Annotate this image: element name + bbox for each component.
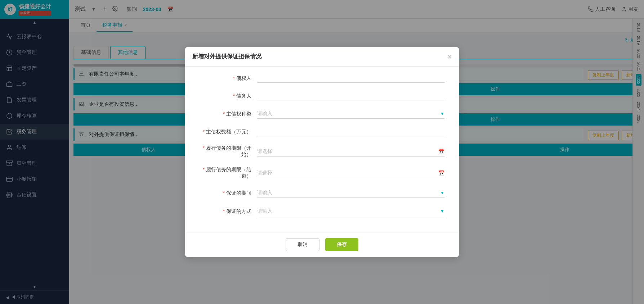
cancel-button[interactable]: 取消: [286, 238, 319, 251]
claim-amount-input[interactable]: [257, 127, 444, 136]
period-end-datepicker[interactable]: 请选择 📅: [257, 168, 444, 178]
required-star: *: [233, 93, 235, 99]
required-star: *: [233, 75, 235, 81]
period-end-calendar-icon: 📅: [438, 170, 444, 176]
claim-type-select[interactable]: 请输入 ▼: [257, 109, 444, 119]
form-row-period-start: * 履行债务的期限（开始） 请选择 📅: [200, 145, 444, 158]
required-star: *: [203, 145, 205, 151]
form-row-guarantee-method: * 保证的方式 请输入 ▼: [200, 207, 444, 216]
guarantee-period-arrow-icon: ▼: [440, 190, 444, 195]
modal-body: * 债权人 * 债务人 * 主债权种类 请输入: [185, 67, 459, 232]
claim-amount-label: * 主债权数额（万元）: [200, 129, 257, 135]
form-row-claim-amount: * 主债权数额（万元）: [200, 127, 444, 136]
period-end-placeholder: 请选择: [257, 170, 272, 176]
creditor-input[interactable]: [257, 74, 444, 83]
period-end-label: * 履行债务的期限（结束）: [200, 167, 257, 180]
modal-footer: 取消 保存: [185, 232, 459, 257]
guarantee-period-select[interactable]: 请输入 ▼: [257, 188, 444, 198]
modal-header: 新增对外提供保证担保情况 ×: [185, 47, 459, 67]
guarantee-period-placeholder: 请输入: [257, 190, 272, 196]
period-start-placeholder: 请选择: [257, 148, 272, 155]
period-start-calendar-icon: 📅: [438, 149, 444, 154]
form-row-claim-type: * 主债权种类 请输入 ▼: [200, 109, 444, 119]
guarantee-method-select[interactable]: 请输入 ▼: [257, 207, 444, 216]
claim-type-placeholder: 请输入: [257, 110, 272, 117]
required-star: *: [223, 190, 225, 196]
form-row-creditor: * 债权人: [200, 74, 444, 83]
modal-close-button[interactable]: ×: [447, 53, 452, 60]
form-row-guarantee-period: * 保证的期间 请输入 ▼: [200, 188, 444, 198]
form-row-debtor: * 债务人: [200, 91, 444, 100]
period-start-datepicker[interactable]: 请选择 📅: [257, 147, 444, 156]
guarantee-method-arrow-icon: ▼: [440, 209, 444, 214]
debtor-input[interactable]: [257, 91, 444, 100]
modal-overlay: 新增对外提供保证担保情况 × * 债权人 * 债务人: [0, 0, 644, 304]
save-button[interactable]: 保存: [325, 238, 358, 251]
required-star: *: [203, 167, 205, 172]
period-start-label: * 履行债务的期限（开始）: [200, 145, 257, 158]
guarantee-method-placeholder: 请输入: [257, 208, 272, 214]
modal-title: 新增对外提供保证担保情况: [192, 53, 261, 60]
required-star: *: [223, 111, 225, 117]
claim-type-label: * 主债权种类: [200, 111, 257, 117]
debtor-label: * 债务人: [200, 93, 257, 99]
required-star: *: [223, 208, 225, 214]
required-star: *: [203, 129, 205, 135]
guarantee-period-label: * 保证的期间: [200, 190, 257, 196]
creditor-label: * 债权人: [200, 75, 257, 82]
guarantee-method-label: * 保证的方式: [200, 208, 257, 215]
form-row-period-end: * 履行债务的期限（结束） 请选择 📅: [200, 167, 444, 180]
claim-type-arrow-icon: ▼: [440, 111, 444, 116]
modal-dialog: 新增对外提供保证担保情况 × * 债权人 * 债务人: [185, 47, 459, 257]
